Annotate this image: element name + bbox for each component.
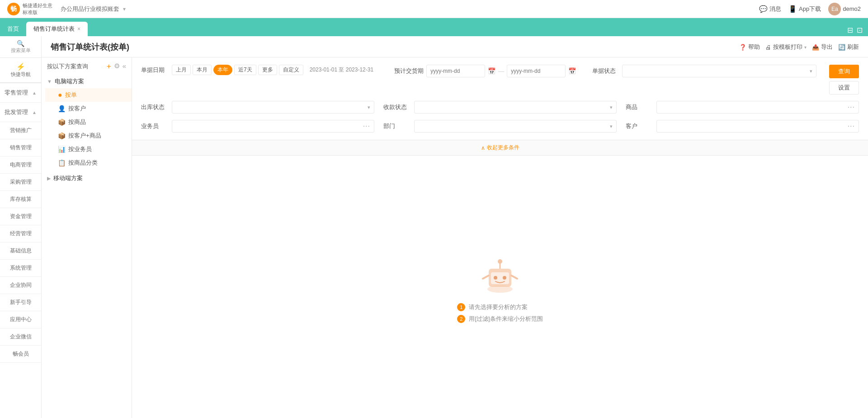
sidebar-item-ecommerce[interactable]: 电商管理 <box>0 157 41 174</box>
date-btn-last7[interactable]: 近7天 <box>234 65 256 75</box>
date-btn-this-month[interactable]: 本月 <box>193 65 212 75</box>
settings-scheme-icon[interactable]: ⚙ <box>114 62 120 71</box>
sidebar-item-system[interactable]: 系统管理 <box>0 260 41 277</box>
help-icon: ❓ <box>739 44 746 51</box>
goods-input[interactable]: ··· <box>656 101 859 114</box>
sidebar-item-quicknav[interactable]: ⚡ 快捷导航 <box>0 58 41 83</box>
app-download-button[interactable]: 📱 App下载 <box>788 5 821 13</box>
print-button[interactable]: 🖨 按模板打印 ▾ <box>765 43 807 51</box>
date-label: 单据日期 <box>141 66 168 74</box>
breadcrumb-title: 办公用品行业模拟账套 <box>61 5 119 13</box>
left-panel-header: 按以下方案查询 + ⚙ « <box>42 62 132 75</box>
salesperson-more-icon[interactable]: ··· <box>363 122 370 130</box>
sidebar-item-member[interactable]: 畅会员 <box>0 346 41 363</box>
main-content: 按以下方案查询 + ⚙ « ▼ 电脑端方案 <box>42 57 868 418</box>
scheme-item-by-goods-category[interactable]: 📋 按商品分类 <box>45 156 132 170</box>
scheme-group-mobile-header[interactable]: ▶ 移动端方案 <box>42 171 132 185</box>
sidebar-item-wechat[interactable]: 企业微信 <box>0 328 41 346</box>
sidebar-item-finance[interactable]: 资金管理 <box>0 208 41 225</box>
sidebar-item-retail[interactable]: 零售管理 ▲ <box>0 83 41 103</box>
tab-maximize-icon[interactable]: ⊡ <box>857 26 863 34</box>
add-scheme-icon[interactable]: + <box>107 62 111 71</box>
payment-status-select[interactable]: ▾ <box>414 101 617 114</box>
sidebar-item-newuser[interactable]: 新手引导 <box>0 294 41 311</box>
refresh-icon: 🔄 <box>838 44 845 51</box>
retail-arrow-icon: ▲ <box>32 90 37 95</box>
scheme-item-by-customer-goods[interactable]: 📦 按客户+商品 <box>45 129 132 142</box>
mobile-group-arrow-icon: ▶ <box>47 176 51 181</box>
salesperson-label: 业务员 <box>141 122 168 130</box>
user-area[interactable]: Ea demo2 <box>828 3 861 15</box>
scheme-item-by-goods[interactable]: 📦 按商品 <box>45 115 132 129</box>
sidebar-item-sales[interactable]: 销售管理 <box>0 139 41 157</box>
sidebar-item-inventory[interactable]: 库存核算 <box>0 191 41 208</box>
tab-close-icon[interactable]: × <box>77 26 80 32</box>
customer-input[interactable]: ··· <box>656 120 859 133</box>
scheme-group-pc-header[interactable]: ▼ 电脑端方案 <box>42 75 132 88</box>
filter-area: 单据日期 上月 本月 本年 近7天 更多 自定义 2023-01-01 至 20… <box>132 57 868 140</box>
collapse-arrow-icon: ∧ <box>481 145 485 151</box>
app-download-icon: 📱 <box>788 5 797 13</box>
help-button[interactable]: ❓ 帮助 <box>739 43 760 51</box>
query-button[interactable]: 查询 <box>829 65 859 78</box>
date-btn-custom[interactable]: 自定义 <box>279 65 303 75</box>
page-header-actions: ❓ 帮助 🖨 按模板打印 ▾ 📤 导出 🔄 刷新 <box>739 43 859 51</box>
sidebar-item-wholesale[interactable]: 批发管理 ▲ <box>0 103 41 122</box>
svg-line-8 <box>511 276 517 279</box>
tab-home[interactable]: 首页 <box>0 22 26 36</box>
sidebar-item-operations[interactable]: 经营管理 <box>0 225 41 242</box>
status-label: 单据状态 <box>592 67 619 75</box>
expected-date-start-input[interactable] <box>426 65 485 77</box>
payment-dropdown-arrow-icon: ▾ <box>610 104 613 110</box>
customer-more-icon[interactable]: ··· <box>848 122 855 130</box>
sidebar-item-purchase[interactable]: 采购管理 <box>0 174 41 191</box>
tab-sales-order-statistics[interactable]: 销售订单统计表 × <box>26 22 88 36</box>
refresh-button[interactable]: 🔄 刷新 <box>838 43 859 51</box>
top-header-left: 畅 畅捷通好生意 标准版 办公用品行业模拟账套 ▾ <box>7 2 126 15</box>
by-order-icon: ● <box>58 91 62 99</box>
query-area: 查询 设置 <box>829 65 859 95</box>
calendar-start-icon[interactable]: 📅 <box>488 67 495 75</box>
expected-date-label: 预计交货期 <box>394 67 424 75</box>
delivery-status-label: 出库状态 <box>141 103 168 111</box>
export-button[interactable]: 📤 导出 <box>812 43 833 51</box>
expected-date-end-input[interactable] <box>507 65 566 77</box>
calendar-end-icon[interactable]: 📅 <box>568 67 576 75</box>
customer-label: 客户 <box>626 122 653 130</box>
delivery-status-select[interactable]: ▾ <box>172 101 374 114</box>
svg-point-4 <box>503 276 506 280</box>
empty-tip-2: 2 用[过滤]条件来缩小分析范围 <box>457 315 542 323</box>
scheme-item-by-customer[interactable]: 👤 按客户 <box>45 102 132 115</box>
logo-area: 畅 畅捷通好生意 标准版 <box>7 2 52 15</box>
date-btn-this-year[interactable]: 本年 <box>213 65 232 75</box>
date-btn-more[interactable]: 更多 <box>258 65 277 75</box>
department-dropdown-arrow-icon: ▾ <box>610 124 613 129</box>
sidebar-item-enterprise[interactable]: 企业协同 <box>0 277 41 294</box>
collapse-scheme-icon[interactable]: « <box>123 62 126 71</box>
date-btn-last-month[interactable]: 上月 <box>172 65 191 75</box>
scheme-group-pc: ▼ 电脑端方案 ● 按单 👤 按客户 <box>42 75 132 170</box>
left-panel-icons: + ⚙ « <box>107 62 126 71</box>
sidebar-item-basic[interactable]: 基础信息 <box>0 242 41 260</box>
delivery-dropdown-arrow-icon: ▾ <box>368 104 370 110</box>
tab-collapse-icon[interactable]: ⊟ <box>847 26 853 34</box>
scheme-item-by-staff[interactable]: 📊 按业务员 <box>45 142 132 156</box>
scheme-item-by-order[interactable]: ● 按单 <box>45 88 132 102</box>
empty-tips: 1 请先选择要分析的方案 2 用[过滤]条件来缩小分析范围 <box>457 303 542 323</box>
sidebar-item-search[interactable]: 🔍 搜索菜单 <box>0 36 41 58</box>
sidebar-item-marketing[interactable]: 营销推广 <box>0 122 41 139</box>
collapse-bar[interactable]: ∧ 收起更多条件 <box>132 140 868 156</box>
reset-button[interactable]: 设置 <box>829 81 859 95</box>
department-select[interactable]: ▾ <box>414 120 617 133</box>
scheme-group-mobile: ▶ 移动端方案 <box>42 171 132 185</box>
logo-icon: 畅 <box>7 3 20 15</box>
message-button[interactable]: 💬 消息 <box>759 5 781 13</box>
goods-more-icon[interactable]: ··· <box>848 103 855 111</box>
wholesale-arrow-icon: ▲ <box>32 110 37 115</box>
breadcrumb-dropdown-icon[interactable]: ▾ <box>123 6 126 12</box>
salesperson-input[interactable]: ··· <box>172 120 374 133</box>
status-select[interactable]: ▾ <box>622 65 816 77</box>
payment-status-label: 收款状态 <box>383 103 410 111</box>
left-panel: 按以下方案查询 + ⚙ « ▼ 电脑端方案 <box>42 57 132 418</box>
sidebar-item-appcenter[interactable]: 应用中心 <box>0 311 41 328</box>
